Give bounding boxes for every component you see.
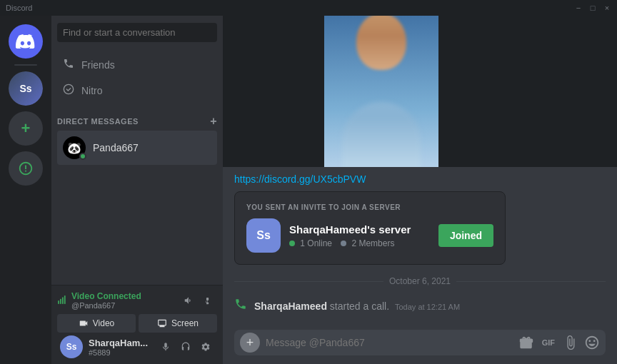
app-container: Ss + Friends (0, 16, 617, 364)
user-panel-discriminator: #5889 (89, 348, 151, 357)
member-stat: 2 Members (341, 238, 394, 248)
user-panel: Ss SharqaHam... #5889 (57, 333, 217, 358)
screen-button[interactable]: Screen (139, 314, 217, 333)
attach-button[interactable]: + (240, 333, 260, 353)
server-divider (14, 64, 37, 66)
invite-server-icon: Ss (246, 218, 281, 253)
invite-server-name: SharqaHameed's server (289, 223, 430, 236)
video-area (223, 16, 617, 167)
video-button[interactable]: Video (57, 314, 136, 333)
user-panel-avatar: Ss (60, 335, 83, 358)
user-panel-name: SharqaHam... (89, 338, 151, 348)
dm-online-indicator (79, 153, 86, 160)
date-divider-text: October 6, 2021 (389, 276, 451, 286)
call-action: started a call. (330, 300, 389, 312)
invite-card: YOU SENT AN INVITE TO JOIN A SERVER Ss S… (234, 191, 506, 265)
titlebar-title: Discord (6, 4, 32, 12)
invite-server-info: SharqaHameed's server 1 Online 2 Members (289, 223, 430, 248)
sidebar-item-nitro[interactable]: Nitro (57, 78, 217, 103)
add-server-button[interactable]: + (9, 111, 43, 146)
call-icon (234, 298, 247, 314)
emoji-icon-button[interactable] (584, 335, 600, 350)
svg-point-0 (64, 84, 73, 93)
settings-button[interactable] (197, 338, 214, 355)
dm-section-label: DIRECT MESSAGES (57, 117, 139, 126)
nav-items: Friends Nitro (51, 49, 223, 106)
call-sender: SharqaHameed (254, 300, 327, 312)
voice-bars-icon (57, 295, 67, 307)
voice-disconnect-button[interactable] (200, 292, 217, 309)
invite-link-anchor[interactable]: https://discord.gg/UX5cbPVW (234, 173, 366, 185)
avatar-img: Ss (9, 71, 43, 106)
svg-rect-4 (64, 295, 66, 304)
message-input[interactable] (266, 333, 513, 353)
invite-stats: 1 Online 2 Members (289, 238, 430, 248)
nitro-icon (63, 84, 74, 98)
voice-status-text: Video Connected @Panda667 (71, 291, 141, 310)
titlebar: Discord − □ × (0, 0, 617, 16)
voice-controls (180, 292, 217, 309)
voice-wave-button[interactable] (180, 292, 197, 309)
minimize-button[interactable]: − (574, 4, 583, 12)
voice-status-bar: Video Connected @Panda667 (57, 291, 217, 310)
dm-item-panda667[interactable]: 🐼 Panda667 (57, 131, 217, 165)
screen-btn-label: Screen (171, 318, 199, 328)
server-sidebar: Ss + (0, 16, 51, 364)
online-stat: 1 Online (289, 238, 332, 248)
dm-add-button[interactable]: + (210, 115, 217, 128)
voice-connected-label: Video Connected (71, 291, 141, 301)
user-server-icon[interactable]: Ss (9, 71, 43, 106)
invite-link-text: https://discord.gg/UX5cbPVW (234, 173, 606, 186)
upload-icon-button[interactable] (563, 335, 578, 350)
voice-footer: Video Connected @Panda667 Video (51, 285, 223, 364)
explore-button[interactable] (9, 151, 43, 186)
voice-user-tag: @Panda667 (71, 301, 141, 310)
panda-emoji: 🐼 (67, 141, 81, 155)
media-buttons: Video Screen (57, 314, 217, 333)
gift-icon-button[interactable] (518, 335, 534, 350)
maximize-button[interactable]: □ (588, 4, 597, 12)
sidebar-item-friends[interactable]: Friends (57, 52, 217, 78)
message-input-wrapper: + GIF (234, 330, 606, 355)
input-icons: GIF (518, 335, 600, 350)
user-avatar-wrap: Ss (9, 71, 43, 106)
date-divider: October 6, 2021 (234, 276, 606, 286)
online-count: 1 Online (300, 238, 332, 248)
call-message: SharqaHameed started a call. Today at 12… (234, 298, 606, 314)
headset-button[interactable] (177, 338, 194, 355)
user-panel-controls (157, 338, 214, 355)
search-input[interactable] (57, 23, 217, 42)
video-person (324, 16, 438, 167)
search-bar (51, 16, 223, 49)
close-button[interactable]: × (603, 4, 611, 12)
gif-label: GIF (542, 338, 555, 347)
nitro-label: Nitro (81, 85, 103, 96)
mic-button[interactable] (157, 338, 174, 355)
svg-rect-3 (62, 297, 64, 303)
discord-home-button[interactable] (9, 24, 43, 59)
member-dot (341, 241, 346, 246)
dm-name-panda667: Panda667 (93, 142, 139, 153)
invite-card-body: Ss SharqaHameed's server 1 Online 2 Memb… (246, 218, 493, 253)
friends-label: Friends (81, 59, 115, 71)
dm-avatar-panda667: 🐼 (63, 136, 86, 159)
user-panel-info: SharqaHam... #5889 (89, 338, 151, 357)
video-feed (324, 16, 438, 167)
friends-icon (63, 58, 74, 72)
gif-icon-button[interactable]: GIF (540, 337, 557, 348)
call-text: SharqaHameed started a call. Today at 12… (254, 300, 460, 312)
dm-list: 🐼 Panda667 (51, 131, 223, 285)
voice-status-left: Video Connected @Panda667 (57, 291, 141, 310)
member-count: 2 Members (351, 238, 394, 248)
invite-card-header: YOU SENT AN INVITE TO JOIN A SERVER (246, 203, 493, 211)
joined-button[interactable]: Joined (438, 224, 493, 247)
svg-rect-2 (60, 298, 61, 303)
messages-container: https://discord.gg/UX5cbPVW YOU SENT AN … (223, 167, 617, 324)
message-input-area: + GIF (223, 324, 617, 364)
channel-sidebar: Friends Nitro DIRECT MESSAGES + 🐼 Panda6… (51, 16, 223, 364)
svg-rect-1 (58, 300, 59, 304)
online-dot (289, 241, 295, 246)
video-btn-label: Video (93, 318, 114, 328)
chat-area: https://discord.gg/UX5cbPVW YOU SENT AN … (223, 16, 617, 364)
dm-section-header: DIRECT MESSAGES + (51, 106, 223, 131)
